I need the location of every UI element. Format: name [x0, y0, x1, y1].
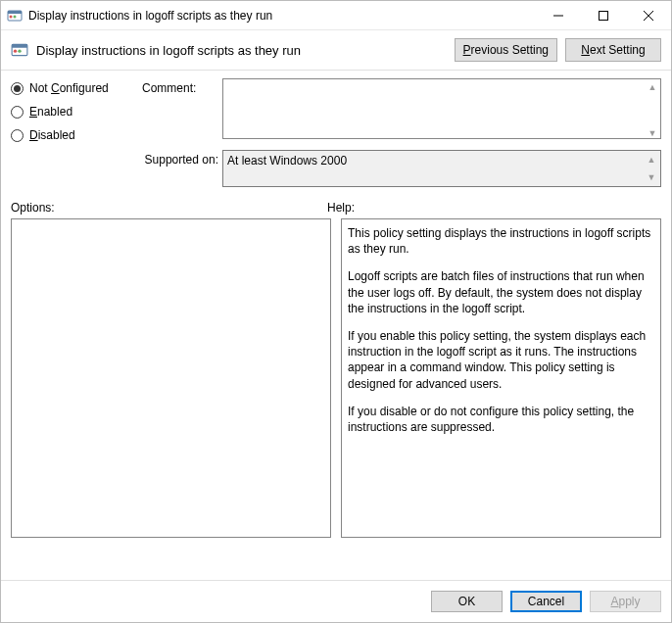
help-label: Help: [327, 201, 355, 215]
dialog-footer: OK Cancel Apply [1, 580, 671, 622]
scrollbar[interactable]: ▲▼ [645, 79, 660, 141]
policy-icon [7, 8, 23, 24]
next-setting-button[interactable]: Next Setting [565, 38, 661, 62]
options-label: Options: [11, 201, 327, 215]
policy-title: Display instructions in logoff scripts a… [36, 43, 447, 58]
previous-setting-button[interactable]: Previous Setting [455, 38, 557, 62]
minimize-button[interactable] [536, 1, 581, 30]
help-panel: This policy setting displays the instruc… [341, 218, 661, 538]
titlebar: Display instructions in logoff scripts a… [1, 1, 671, 30]
help-text: Logoff scripts are batch files of instru… [348, 268, 654, 316]
radio-enabled[interactable]: Enabled [11, 105, 138, 119]
help-text: This policy setting displays the instruc… [348, 225, 654, 257]
svg-rect-5 [600, 11, 608, 20]
radio-disabled[interactable]: Disabled [11, 128, 138, 142]
apply-button: Apply [590, 591, 661, 612]
close-button[interactable] [626, 1, 671, 30]
help-text: If you disable or do not configure this … [348, 404, 654, 435]
svg-rect-1 [8, 11, 22, 14]
scrollbar: ▲▼ [644, 152, 659, 185]
policy-icon [11, 41, 28, 59]
maximize-button[interactable] [581, 1, 626, 30]
radio-not-configured[interactable]: Not Configured [11, 81, 138, 95]
comment-textarea[interactable] [222, 78, 661, 139]
supported-on-field: At least Windows 2000 ▲▼ [222, 150, 661, 187]
ok-button[interactable]: OK [431, 591, 503, 612]
header-bar: Display instructions in logoff scripts a… [1, 30, 671, 71]
svg-point-3 [14, 15, 17, 18]
svg-point-11 [18, 49, 21, 52]
dialog-window: Display instructions in logoff scripts a… [0, 0, 672, 623]
window-controls [536, 1, 671, 30]
comment-label: Comment: [142, 78, 218, 142]
state-radio-group: Not Configured Enabled Disabled [11, 78, 138, 187]
svg-point-10 [14, 49, 17, 52]
window-title: Display instructions in logoff scripts a… [28, 9, 536, 23]
svg-rect-9 [12, 44, 27, 47]
options-panel [11, 218, 331, 538]
cancel-button[interactable]: Cancel [510, 591, 582, 612]
svg-point-2 [10, 15, 13, 18]
dialog-body: Not Configured Enabled Disabled Comment:… [1, 71, 671, 580]
help-text: If you enable this policy setting, the s… [348, 328, 654, 392]
supported-label: Supported on: [142, 150, 218, 187]
